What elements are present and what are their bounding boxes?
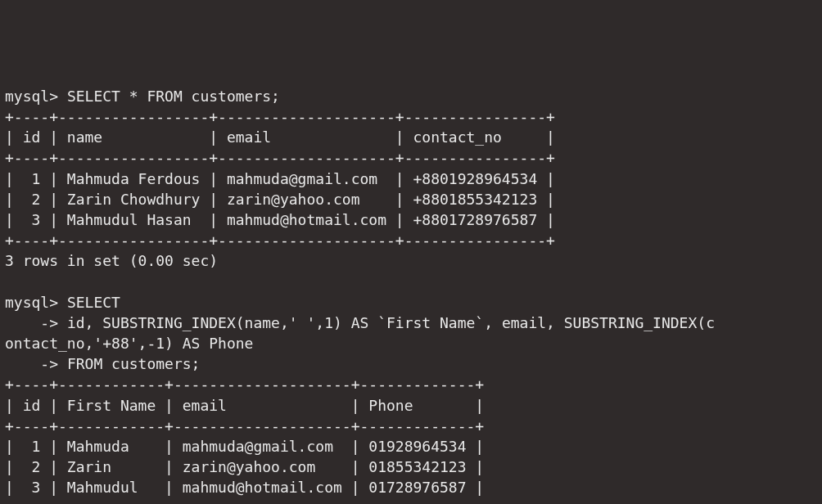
continuation-prompt: ->: [5, 355, 58, 372]
table-divider: +----+-----------------+----------------…: [5, 232, 555, 249]
table-divider: +----+-----------------+----------------…: [5, 108, 555, 125]
sql-query-wrap: ontact_no,'+88',-1) AS Phone: [5, 335, 253, 352]
sql-query: SELECT * FROM customers;: [67, 88, 280, 105]
table-row: | 2 | Zarin | zarin@yahoo.com | 01855342…: [5, 458, 484, 475]
table-row: | 3 | Mahmudul Hasan | mahmud@hotmail.co…: [5, 211, 555, 228]
prompt: mysql>: [5, 88, 58, 105]
table-divider: +----+-----------------+----------------…: [5, 149, 555, 166]
table-header: | id | name | email | contact_no |: [5, 128, 555, 146]
table-row: | 2 | Zarin Chowdhury | zarin@yahoo.com …: [5, 191, 555, 208]
table-divider: +----+------------+--------------------+…: [5, 500, 484, 505]
sql-query: SELECT: [67, 294, 120, 311]
table-divider: +----+------------+--------------------+…: [5, 376, 484, 393]
sql-query: FROM customers;: [67, 355, 201, 372]
result-summary: 3 rows in set (0.00 sec): [5, 252, 218, 269]
prompt: mysql>: [5, 294, 58, 311]
table-row: | 1 | Mahmuda Ferdous | mahmuda@gmail.co…: [5, 170, 555, 187]
terminal-output: mysql> SELECT * FROM customers; +----+--…: [5, 86, 817, 504]
table-row: | 1 | Mahmuda | mahmuda@gmail.com | 0192…: [5, 438, 484, 455]
sql-query: id, SUBSTRING_INDEX(name,' ',1) AS `Firs…: [67, 314, 715, 331]
continuation-prompt: ->: [5, 314, 58, 331]
table-divider: +----+------------+--------------------+…: [5, 417, 484, 434]
table-row: | 3 | Mahmudul | mahmud@hotmail.com | 01…: [5, 479, 484, 496]
table-header: | id | First Name | email | Phone |: [5, 397, 484, 414]
